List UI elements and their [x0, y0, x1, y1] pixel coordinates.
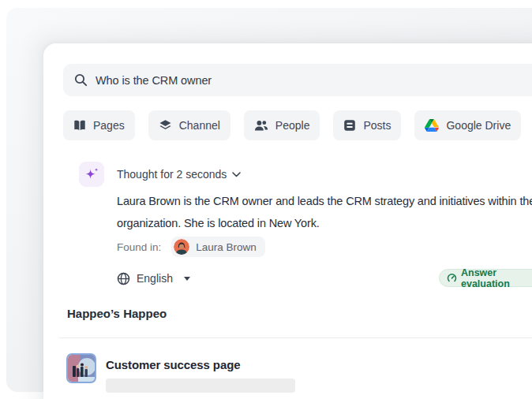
- screen: Who is the CRM owner Pages Channel Peo: [0, 0, 532, 399]
- filter-chip-google-drive[interactable]: Google Drive: [414, 110, 521, 140]
- answer-evaluation-badge[interactable]: Answer evaluation: [439, 269, 532, 287]
- result-title: Customer success page: [106, 358, 295, 371]
- ai-sparkle-tile: [79, 162, 104, 187]
- people-icon: [254, 120, 268, 132]
- gauge-icon: [447, 273, 457, 283]
- posts-icon: [343, 119, 356, 132]
- source-person-chip[interactable]: Laura Brown: [171, 237, 265, 257]
- avatar: [174, 239, 189, 255]
- result-snippet-placeholder: [106, 378, 295, 393]
- filter-chip-row: Pages Channel People Posts: [63, 110, 532, 140]
- filter-chip-pages[interactable]: Pages: [63, 110, 135, 140]
- found-in-row: Found in: Laura Brown: [117, 237, 265, 257]
- thought-duration-toggle[interactable]: Thought for 2 seconds: [117, 166, 241, 182]
- caret-down-icon: [184, 277, 190, 281]
- chevron-down-icon: [232, 172, 241, 177]
- results-section-title: Happeo’s Happeo: [67, 307, 167, 320]
- filter-label: Channel: [179, 119, 220, 132]
- google-drive-icon: [425, 119, 439, 132]
- search-icon: [74, 73, 88, 87]
- found-in-label: Found in:: [117, 241, 161, 253]
- answer-evaluation-label: Answer evaluation: [461, 267, 532, 289]
- search-modal: Who is the CRM owner Pages Channel Peo: [43, 43, 532, 399]
- ai-sparkle-icon: [83, 166, 100, 183]
- book-icon: [73, 119, 86, 132]
- illustration-thumbnail: [66, 353, 96, 383]
- filter-chip-posts[interactable]: Posts: [333, 110, 401, 140]
- language-label: English: [137, 272, 173, 285]
- thought-duration-text: Thought for 2 seconds: [117, 168, 227, 181]
- result-text-column: Customer success page: [106, 353, 295, 393]
- section-divider: [59, 337, 532, 338]
- filter-label: People: [275, 119, 310, 132]
- source-person-name: Laura Brown: [196, 241, 257, 253]
- layers-icon: [159, 119, 172, 132]
- search-query-text: Who is the CRM owner: [96, 74, 212, 87]
- filter-label: Posts: [363, 119, 391, 132]
- language-selector[interactable]: English: [117, 270, 190, 287]
- ai-answer-text: Laura Brown is the CRM owner and leads t…: [117, 191, 532, 234]
- filter-chip-people[interactable]: People: [244, 110, 320, 140]
- search-input[interactable]: Who is the CRM owner: [63, 64, 532, 96]
- filter-chip-channel[interactable]: Channel: [148, 110, 230, 140]
- result-item-customer-success-page[interactable]: Customer success page: [66, 353, 295, 393]
- globe-icon: [117, 272, 130, 285]
- filter-label: Pages: [93, 119, 125, 132]
- filter-label: Google Drive: [446, 119, 511, 132]
